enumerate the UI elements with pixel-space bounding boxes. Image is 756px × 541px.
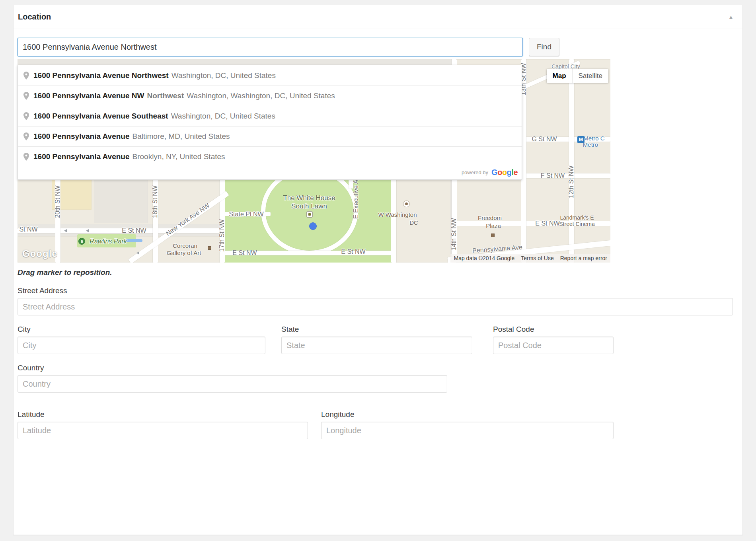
- collapse-toggle-icon[interactable]: ▲: [725, 11, 737, 23]
- park-label: Rawlins Park: [90, 238, 127, 245]
- map-attribution: Map data ©2014 Google Terms of Use Repor…: [450, 254, 610, 263]
- poi-label: Plaza: [486, 222, 501, 229]
- country-label: Country: [18, 364, 447, 372]
- map-pin-icon: [23, 92, 29, 100]
- address-suggestions-dropdown: 1600 Pennsylvania Avenue Northwest Washi…: [18, 65, 522, 180]
- street-label: E St NW: [341, 248, 365, 255]
- map-pin-icon: [23, 132, 29, 140]
- park-label: South Lawn: [291, 202, 327, 210]
- road: [569, 59, 574, 263]
- latitude-label: Latitude: [18, 410, 308, 419]
- road: [18, 228, 220, 233]
- white-house-icon: [306, 211, 313, 218]
- longitude-field: Longitude: [321, 393, 614, 439]
- plaza-poi-icon: [491, 234, 495, 237]
- location-metabox: Location ▲ Find: [13, 5, 743, 535]
- google-watermark-logo[interactable]: Google: [22, 248, 58, 259]
- street-label: 14th St NW: [450, 218, 458, 251]
- suggestion-main: 1600 Pennsylvania Avenue Southeast: [33, 112, 168, 121]
- street-label: State Pl NW: [229, 211, 263, 218]
- metro-station-icon: M: [577, 136, 585, 143]
- suggestion-item[interactable]: 1600 Pennsylvania Avenue Brooklyn, NY, U…: [18, 146, 522, 167]
- postal-code-field: Postal Code: [493, 315, 614, 354]
- map-pin-icon: [23, 112, 29, 120]
- suggestion-item[interactable]: 1600 Pennsylvania Avenue Baltimore, MD, …: [18, 126, 522, 146]
- street-address-label: Street Address: [18, 286, 733, 295]
- latitude-field: Latitude: [18, 393, 308, 439]
- map-pin-icon: [23, 72, 29, 80]
- pond: [125, 239, 142, 242]
- road-arrow-icon: [64, 229, 67, 232]
- poi-label: Corcoran: [173, 242, 197, 249]
- suggestion-item[interactable]: 1600 Pennsylvania Avenue Southeast Washi…: [18, 106, 522, 126]
- city-field: City: [18, 315, 265, 354]
- map-pin-icon: [23, 153, 29, 161]
- postal-code-label: Postal Code: [493, 325, 614, 334]
- poi-label: Gallery of Art: [167, 249, 201, 256]
- powered-by-text: powered by: [462, 169, 488, 175]
- terms-of-use-link[interactable]: Terms of Use: [521, 255, 553, 261]
- city-label: City: [18, 325, 265, 334]
- google-logo: Google: [491, 168, 518, 177]
- street-label: E St NW: [535, 220, 559, 227]
- transit-label: Metro: [583, 141, 598, 148]
- suggestion-main: 1600 Pennsylvania Avenue: [33, 152, 130, 161]
- longitude-input[interactable]: [321, 422, 614, 439]
- map-type-map-button[interactable]: Map: [547, 69, 572, 83]
- street-address-field: Street Address: [18, 286, 733, 315]
- suggestion-main: 1600 Pennsylvania Avenue: [33, 132, 130, 141]
- longitude-label: Longitude: [321, 410, 614, 419]
- street-label: 20th St NW: [54, 185, 61, 218]
- suggestion-main: 1600 Pennsylvania Avenue Northwest: [33, 71, 169, 80]
- street-label: E St NW: [122, 227, 146, 234]
- road-arrow-icon: [86, 229, 89, 232]
- address-search-row: Find: [18, 38, 738, 56]
- park-label: The White House: [283, 194, 335, 202]
- map-type-satellite-button[interactable]: Satellite: [572, 69, 608, 83]
- street-label: F St NW: [541, 172, 565, 179]
- report-map-error-link[interactable]: Report a map error: [560, 255, 607, 261]
- hotel-poi-icon: [403, 200, 410, 207]
- state-label: State: [281, 325, 472, 334]
- street-address-input[interactable]: [18, 298, 733, 315]
- street-label: 18th St NW: [152, 185, 159, 218]
- suggestion-item[interactable]: 1600 Pennsylvania Avenue Northwest Washi…: [18, 65, 522, 86]
- postal-code-input[interactable]: [493, 337, 614, 354]
- street-label: E St NW: [232, 249, 257, 257]
- page-title: Location: [18, 12, 51, 21]
- suggestion-secondary: Baltimore, MD, United States: [132, 132, 230, 141]
- suggestion-main: 1600 Pennsylvania Avenue NW: [33, 91, 144, 100]
- city-block: [94, 179, 148, 223]
- road-arrow-icon: [136, 251, 139, 255]
- poi-label: Freedom: [478, 214, 502, 221]
- transit-label: Metro C: [583, 135, 604, 142]
- street-label: E St NW: [18, 226, 38, 233]
- street-label: 17th St NW: [218, 219, 226, 252]
- suggestion-secondary: Washington, Washington, DC, United State…: [187, 91, 335, 100]
- find-button[interactable]: Find: [529, 38, 559, 56]
- map-type-control: Map Satellite: [547, 69, 608, 83]
- suggestion-secondary: Washington, DC, United States: [171, 112, 275, 121]
- poi-label: Landmark's E: [560, 214, 594, 221]
- powered-by-google: powered by Google: [18, 167, 522, 179]
- street-label: 12th St NW: [568, 165, 575, 198]
- suggestion-item[interactable]: 1600 Pennsylvania Avenue NW Northwest Wa…: [18, 86, 522, 106]
- state-field: State: [281, 315, 472, 354]
- country-input[interactable]: [18, 375, 447, 393]
- drag-marker-note: Drag marker to reposition.: [18, 268, 738, 277]
- poi-label: Street Cinema: [559, 221, 594, 227]
- country-field: Country: [18, 364, 447, 393]
- location-marker[interactable]: [309, 222, 317, 230]
- city-input[interactable]: [18, 337, 265, 354]
- street-label: G St NW: [532, 136, 557, 143]
- suggestion-match: Northwest: [147, 91, 184, 100]
- state-input[interactable]: [281, 337, 472, 354]
- latitude-input[interactable]: [18, 422, 308, 439]
- suggestion-secondary: Brooklyn, NY, United States: [132, 152, 225, 161]
- metabox-header[interactable]: Location ▲: [14, 5, 742, 29]
- park-tree-icon: [78, 238, 85, 245]
- address-search-input[interactable]: [18, 38, 523, 56]
- poi-label: DC: [409, 219, 418, 226]
- suggestion-secondary: Washington, DC, United States: [171, 71, 276, 80]
- museum-poi-icon: [208, 246, 211, 250]
